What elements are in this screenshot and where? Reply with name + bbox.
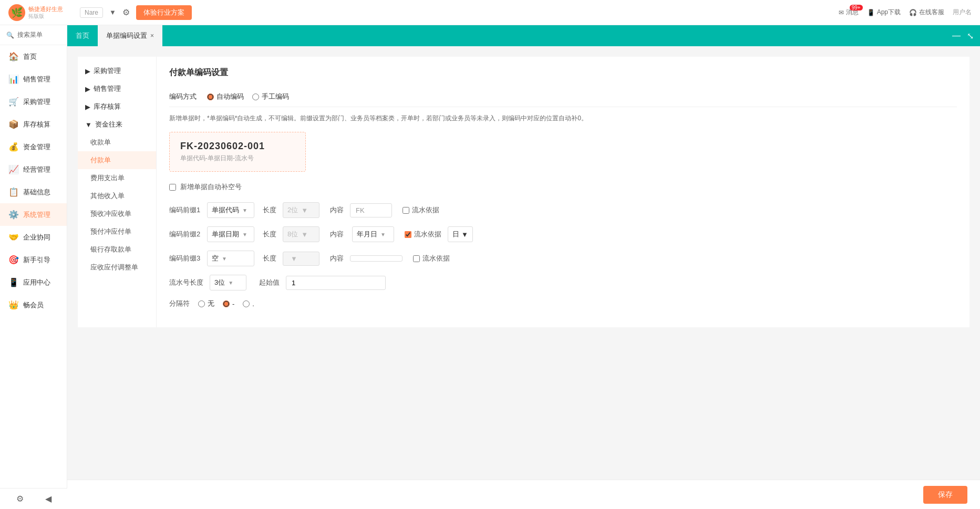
- sidebar-item-inventory[interactable]: 📦 库存核算: [0, 113, 67, 136]
- tab-encoding-settings[interactable]: 单据编码设置 ×: [98, 25, 162, 46]
- sidebar-search[interactable]: 🔍 搜索菜单: [0, 25, 67, 45]
- purchase-icon: 🛒: [8, 97, 19, 107]
- message-icon: ✉: [839, 9, 844, 16]
- separator-dash-option[interactable]: -: [223, 300, 234, 308]
- auto-fill-row: 新增单据自动补空号: [169, 182, 957, 192]
- top-bar-middle: Nare ▼ ⚙ 体验行业方案: [76, 5, 839, 20]
- separator-none-radio[interactable]: [198, 300, 205, 307]
- prefix2-content-arrow: ▼: [380, 232, 386, 237]
- prefix2-serial-label: 流水依据: [414, 230, 441, 239]
- logo-text: 畅捷通好生意 拓版版: [28, 5, 63, 19]
- message-btn[interactable]: ✉ 消息 99+: [839, 8, 859, 17]
- sidebar-item-guide[interactable]: 🎯 新手引导: [0, 248, 67, 271]
- separator-dot-radio[interactable]: [243, 300, 250, 307]
- sidebar-item-enterprise[interactable]: 🤝 企业协同: [0, 226, 67, 248]
- prefix3-serial-label: 流水依据: [422, 254, 450, 263]
- auto-fill-checkbox[interactable]: [169, 184, 176, 191]
- sidebar-item-home[interactable]: 🏠 首页: [0, 45, 67, 68]
- tab-bar-actions: — ⤡: [952, 31, 980, 41]
- prefix1-serial-checkbox[interactable]: [403, 207, 409, 214]
- prefix3-arrow: ▼: [222, 256, 227, 262]
- manual-encoding-radio[interactable]: [252, 94, 259, 100]
- sidebar-item-basics[interactable]: 📋 基础信息: [0, 181, 67, 203]
- submenu-group-purchase[interactable]: ▶ 采购管理: [78, 62, 156, 80]
- sidebar: 🔍 搜索菜单 🏠 首页 📊 销售管理 🛒 采购管理 📦 库存核算 💰 资金管理 …: [0, 25, 67, 509]
- prefix3-serial-checkbox[interactable]: [413, 255, 420, 262]
- settings-icon[interactable]: ⚙: [122, 7, 130, 17]
- prefix3-row: 编码前缀3 空 ▼ 长度 ▼ 内容 流水依据: [169, 251, 957, 266]
- submenu-group-sales[interactable]: ▶ 销售管理: [78, 80, 156, 98]
- serial-length-select[interactable]: 3位 ▼: [210, 275, 246, 290]
- tab-minimize-icon[interactable]: —: [952, 31, 961, 40]
- trial-btn[interactable]: 体验行业方案: [136, 5, 192, 20]
- encoding-method-label: 编码方式: [169, 92, 197, 101]
- prefix1-serial-check[interactable]: 流水依据: [403, 205, 439, 215]
- prefix2-serial-checkbox[interactable]: [405, 231, 411, 238]
- prefix2-content-select[interactable]: 年月日 ▼: [352, 226, 394, 242]
- user-info[interactable]: 用户名: [953, 8, 972, 17]
- message-badge: 99+: [850, 5, 863, 11]
- submenu-item-bank[interactable]: 银行存取款单: [78, 241, 156, 258]
- auto-fill-label[interactable]: 新增单据自动补空号: [180, 182, 242, 192]
- sidebar-settings-icon[interactable]: ⚙: [16, 494, 24, 504]
- page-title: 付款单编码设置: [169, 67, 957, 78]
- prefix3-content-value: [350, 255, 403, 262]
- sidebar-item-finance[interactable]: 💰 资金管理: [0, 136, 67, 158]
- serial-start-input[interactable]: [286, 276, 386, 290]
- sidebar-bottom: ⚙ ◀: [0, 488, 67, 509]
- submenu-item-pre-payment[interactable]: 预付冲应付单: [78, 223, 156, 241]
- separator-label: 分隔符: [169, 299, 190, 308]
- auto-encoding-option[interactable]: 自动编码: [207, 92, 244, 101]
- submenu-item-receipt[interactable]: 收款单: [78, 133, 156, 151]
- company-selector[interactable]: Nare: [80, 7, 103, 18]
- prefix2-serial-check[interactable]: 流水依据: [405, 230, 441, 239]
- serial-length-arrow: ▼: [228, 280, 233, 286]
- separator-dash-radio[interactable]: [223, 300, 230, 307]
- hint-text: 新增单据时，*单据编码*自动生成，不可编辑。前缀设置为部门、业务员等档案类，开单…: [169, 113, 957, 123]
- sidebar-item-sales[interactable]: 📊 销售管理: [0, 68, 67, 90]
- sidebar-item-business[interactable]: 📈 经营管理: [0, 158, 67, 181]
- code-preview: FK-20230602-001 单据代码-单据日期-流水号: [169, 132, 306, 172]
- submenu-item-expense[interactable]: 费用支出单: [78, 169, 156, 187]
- code-preview-value: FK-20230602-001: [180, 141, 295, 152]
- submenu-item-adjustment[interactable]: 应收应付调整单: [78, 258, 156, 276]
- prefix2-day-arrow: ▼: [461, 231, 468, 238]
- prefix1-content-label: 内容: [330, 205, 344, 215]
- separator-none-option[interactable]: 无: [198, 299, 214, 308]
- app-download-btn[interactable]: 📱 App下载: [867, 8, 901, 17]
- prefix2-day-select[interactable]: 日 ▼: [448, 226, 473, 242]
- prefix3-serial-check[interactable]: 流水依据: [413, 254, 450, 263]
- sidebar-item-apps[interactable]: 📱 应用中心: [0, 271, 67, 294]
- prefix3-length-arrow: ▼: [291, 255, 297, 263]
- submenu-item-other-income[interactable]: 其他收入单: [78, 187, 156, 205]
- prefix1-length-select[interactable]: 2位 ▼: [283, 202, 319, 218]
- prefix2-length-select[interactable]: 8位 ▼: [283, 226, 319, 242]
- prefix1-length-label: 长度: [263, 205, 276, 215]
- prefix3-select[interactable]: 空 ▼: [207, 251, 254, 266]
- sidebar-item-member[interactable]: 👑 畅会员: [0, 294, 67, 316]
- submenu-group-inventory[interactable]: ▶ 库存核算: [78, 98, 156, 116]
- save-button[interactable]: 保存: [923, 486, 967, 504]
- auto-encoding-radio[interactable]: [207, 94, 214, 100]
- company-dropdown-icon[interactable]: ▼: [109, 8, 116, 16]
- tab-close-icon[interactable]: ×: [150, 32, 154, 39]
- inventory-icon: 📦: [8, 119, 19, 129]
- prefix3-length-select[interactable]: ▼: [283, 252, 319, 266]
- separator-dot-option[interactable]: .: [243, 300, 254, 308]
- prefix2-select[interactable]: 单据日期 ▼: [207, 226, 254, 242]
- sidebar-item-system[interactable]: ⚙️ 系统管理: [0, 203, 67, 226]
- prefix1-select[interactable]: 单据代码 ▼: [207, 202, 254, 218]
- content-layout: ▶ 采购管理 ▶ 销售管理 ▶ 库存核算 ▼ 资金往来 收款单 付款单 费用支出…: [78, 57, 969, 327]
- manual-encoding-option[interactable]: 手工编码: [252, 92, 289, 101]
- sidebar-item-purchase[interactable]: 🛒 采购管理: [0, 90, 67, 113]
- submenu: ▶ 采购管理 ▶ 销售管理 ▶ 库存核算 ▼ 资金往来 收款单 付款单 费用支出…: [78, 57, 157, 327]
- tab-maximize-icon[interactable]: ⤡: [967, 31, 974, 41]
- submenu-group-capital[interactable]: ▼ 资金往来: [78, 116, 156, 133]
- sidebar-collapse-icon[interactable]: ◀: [45, 494, 51, 504]
- online-service-btn[interactable]: 🎧 在线客服: [909, 8, 944, 17]
- submenu-item-payment[interactable]: 付款单: [78, 151, 156, 169]
- prefix2-length-arrow: ▼: [301, 231, 308, 238]
- submenu-item-pre-receipt[interactable]: 预收冲应收单: [78, 205, 156, 223]
- prefix2-arrow: ▼: [242, 232, 247, 237]
- tab-home[interactable]: 首页: [67, 25, 98, 46]
